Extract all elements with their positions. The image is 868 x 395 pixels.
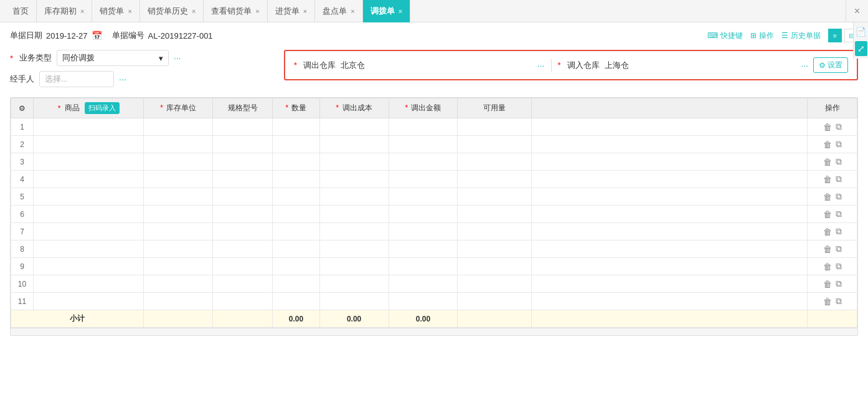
tab-view-sales-close[interactable]: × [255, 7, 259, 15]
in-warehouse-ellipsis[interactable]: ··· [801, 60, 808, 70]
row-unit [144, 188, 213, 206]
row-product[interactable] [34, 136, 144, 153]
out-warehouse-ellipsis[interactable]: ··· [537, 60, 545, 70]
date-field: 单据日期 2019-12-27 📅 [10, 30, 102, 41]
delete-icon[interactable]: 🗑 [823, 227, 832, 237]
history-btn[interactable]: ☰ 历史单据 [781, 31, 821, 41]
tab-purchase-order-close[interactable]: × [303, 7, 307, 15]
shortcuts-btn[interactable]: ⌨ 快捷键 [707, 31, 743, 41]
th-spec-label: 规格型号 [228, 103, 258, 112]
tab-inventory-init[interactable]: 库存期初 × [37, 0, 92, 22]
row-extra [531, 293, 807, 310]
tab-stocktake-close[interactable]: × [351, 7, 354, 15]
row-number: 4 [11, 171, 34, 188]
row-available [458, 206, 531, 223]
copy-icon[interactable]: ⧉ [836, 278, 842, 289]
calendar-icon[interactable]: 📅 [92, 31, 102, 40]
delete-icon[interactable]: 🗑 [823, 244, 832, 254]
row-extra [531, 258, 807, 275]
row-unit [144, 240, 213, 258]
scan-button[interactable]: 扫码录入 [85, 102, 120, 114]
horizontal-scrollbar[interactable] [11, 328, 857, 335]
delete-icon[interactable]: 🗑 [823, 279, 832, 289]
delete-icon[interactable]: 🗑 [823, 122, 832, 132]
row-extra [531, 171, 807, 188]
row-available [458, 275, 531, 293]
form-left-panel: * 业务类型 同价调拨 ▾ ··· 经手人 选择... ··· [10, 50, 278, 92]
row-available [458, 153, 531, 171]
copy-icon[interactable]: ⧉ [836, 296, 842, 307]
tab-view-sales[interactable]: 查看销货单 × [204, 0, 267, 22]
row-product[interactable] [34, 153, 144, 171]
copy-icon[interactable]: ⧉ [836, 156, 842, 167]
row-product[interactable] [34, 258, 144, 275]
row-quantity [273, 188, 319, 206]
row-number: 6 [11, 206, 34, 223]
tab-inventory-init-close[interactable]: × [80, 7, 84, 15]
copy-icon[interactable]: ⧉ [836, 244, 842, 254]
tab-sales-history-close[interactable]: × [192, 7, 196, 15]
sidebar-expand-icon[interactable]: ⤢ [855, 41, 867, 56]
settings-button[interactable]: ⚙ 设置 [813, 57, 848, 73]
grid-icon: ⊞ [750, 31, 757, 40]
row-cost [319, 275, 389, 293]
row-product[interactable] [34, 293, 144, 310]
sidebar-document-icon[interactable]: 📄 [854, 25, 868, 39]
tab-transfer-close[interactable]: × [399, 7, 402, 15]
tab-transfer[interactable]: 调拨单 × [363, 0, 410, 22]
business-type-value: 同价调拨 [62, 52, 95, 64]
tab-sales-order[interactable]: 销货单 × [92, 0, 139, 22]
delete-icon[interactable]: 🗑 [823, 209, 832, 219]
copy-icon[interactable]: ⧉ [836, 121, 842, 132]
row-action: 🗑⧉ [808, 275, 857, 293]
row-unit [144, 206, 213, 223]
business-type-ellipsis[interactable]: ··· [174, 53, 181, 63]
layout-list-btn[interactable]: ≡ [828, 29, 842, 42]
row-product[interactable] [34, 240, 144, 258]
row-spec [213, 118, 273, 136]
row-action: 🗑⧉ [808, 240, 857, 258]
delete-icon[interactable]: 🗑 [823, 262, 832, 272]
history-label: 历史单据 [791, 31, 821, 41]
operations-btn[interactable]: ⊞ 操作 [750, 31, 774, 41]
row-product[interactable] [34, 223, 144, 240]
delete-icon[interactable]: 🗑 [823, 140, 832, 150]
row-product[interactable] [34, 275, 144, 293]
tab-sales-history[interactable]: 销货单历史 × [140, 0, 204, 22]
row-product[interactable] [34, 188, 144, 206]
th-gear[interactable]: ⚙ [11, 98, 34, 118]
delete-icon[interactable]: 🗑 [823, 192, 832, 202]
tab-stocktake[interactable]: 盘点单 × [315, 0, 362, 22]
copy-icon[interactable]: ⧉ [836, 209, 842, 219]
out-warehouse-value[interactable]: 北京仓 [341, 60, 365, 71]
person-label: 经手人 [10, 74, 34, 85]
row-product[interactable] [34, 171, 144, 188]
copy-icon[interactable]: ⧉ [836, 226, 842, 237]
row-product[interactable] [34, 206, 144, 223]
delete-icon[interactable]: 🗑 [823, 174, 832, 184]
copy-icon[interactable]: ⧉ [836, 261, 842, 272]
window-close-button[interactable]: × [846, 0, 868, 22]
delete-icon[interactable]: 🗑 [823, 297, 832, 307]
row-extra [531, 206, 807, 223]
row-number: 3 [11, 153, 34, 171]
delete-icon[interactable]: 🗑 [823, 157, 832, 167]
person-select[interactable]: 选择... [39, 71, 114, 87]
row-extra [531, 188, 807, 206]
row-product[interactable] [34, 118, 144, 136]
tab-purchase-order[interactable]: 进货单 × [268, 0, 315, 22]
row-quantity [273, 118, 319, 136]
date-value[interactable]: 2019-12-27 [46, 31, 88, 40]
tab-home[interactable]: 首页 [5, 0, 37, 22]
row-action: 🗑⧉ [808, 223, 857, 240]
copy-icon[interactable]: ⧉ [836, 191, 842, 202]
person-ellipsis[interactable]: ··· [119, 74, 126, 84]
in-warehouse-value[interactable]: 上海仓 [605, 60, 629, 71]
person-row: 经手人 选择... ··· [10, 71, 278, 87]
business-type-select[interactable]: 同价调拨 ▾ [57, 50, 169, 66]
tab-sales-order-close[interactable]: × [128, 7, 131, 15]
copy-icon[interactable]: ⧉ [836, 174, 842, 184]
copy-icon[interactable]: ⧉ [836, 139, 842, 150]
row-unit [144, 136, 213, 153]
table-row: 8🗑⧉ [11, 240, 857, 258]
